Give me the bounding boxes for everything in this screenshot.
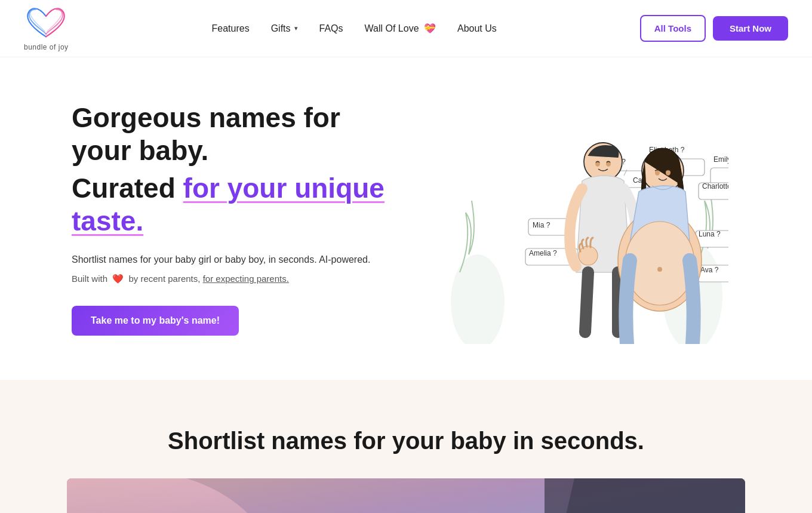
logo-text: bundle of joy — [24, 43, 69, 51]
nav-actions: All Tools Start Now — [640, 15, 788, 42]
second-section-image — [67, 478, 745, 513]
heart-emoji: ❤️ — [112, 274, 124, 284]
hero-content: Gorgeous names for your baby. Curated fo… — [72, 102, 406, 336]
nav-item-about-us[interactable]: About Us — [457, 23, 497, 34]
built-prefix: Built with — [72, 274, 107, 284]
nav-link-features[interactable]: Features — [212, 23, 250, 33]
logo[interactable]: bundle of joy — [24, 6, 69, 51]
hero-curated-prefix: Curated — [72, 173, 183, 204]
hero-built-by: Built with ❤️ by recent parents, for exp… — [72, 274, 406, 284]
svg-point-0 — [451, 254, 505, 344]
nav-link-about-us[interactable]: About Us — [457, 23, 497, 33]
second-section: Shortlist names for your baby in seconds… — [0, 380, 812, 513]
hero-headline-line1: Gorgeous names for your baby. — [72, 102, 406, 167]
hero-subtext: Shortlist names for your baby girl or ba… — [72, 254, 406, 265]
hero-section: Gorgeous names for your baby. Curated fo… — [0, 57, 812, 380]
hero-headline-line2: Curated for your unique taste. — [72, 172, 406, 238]
wall-of-love-emoji: 💝 — [424, 23, 436, 33]
nav-link-gifts[interactable]: Gifts ▾ — [271, 23, 298, 34]
logo-heart-icon — [25, 6, 67, 42]
svg-point-30 — [657, 267, 662, 272]
svg-text:Emily ?: Emily ? — [713, 155, 728, 164]
hero-illustration: Olivia ? Elizabeth ? Emily ? Camila ? Ch… — [430, 93, 740, 344]
svg-text:Luna ?: Luna ? — [699, 230, 721, 238]
second-section-title: Shortlist names for your baby in seconds… — [24, 428, 788, 454]
nav-item-faqs[interactable]: FAQs — [319, 23, 343, 34]
chevron-down-icon: ▾ — [294, 24, 298, 32]
start-now-button[interactable]: Start Now — [713, 16, 788, 41]
nav-link-wall-of-love[interactable]: Wall Of Love 💝 — [365, 23, 436, 33]
navbar: bundle of joy Features Gifts ▾ FAQs Wall… — [0, 0, 812, 57]
svg-rect-36 — [67, 478, 745, 513]
nav-item-wall-of-love[interactable]: Wall Of Love 💝 — [365, 23, 436, 34]
couple-illustration: Olivia ? Elizabeth ? Emily ? Camila ? Ch… — [442, 93, 728, 344]
illustration-wrapper: Olivia ? Elizabeth ? Emily ? Camila ? Ch… — [442, 93, 728, 344]
nav-link-faqs[interactable]: FAQs — [319, 23, 343, 33]
built-suffix: by recent parents, — [128, 274, 200, 284]
nav-links: Features Gifts ▾ FAQs Wall Of Love 💝 Abo… — [212, 23, 497, 34]
nav-item-features[interactable]: Features — [212, 23, 250, 34]
svg-text:Charlotte ?: Charlotte ? — [702, 182, 728, 191]
svg-point-31 — [579, 246, 598, 265]
built-link[interactable]: for expecting parents. — [203, 274, 289, 284]
nav-item-gifts[interactable]: Gifts ▾ — [271, 23, 298, 34]
svg-text:Ava ?: Ava ? — [700, 266, 719, 274]
all-tools-button[interactable]: All Tools — [640, 15, 706, 42]
svg-text:Amelia ?: Amelia ? — [529, 249, 557, 257]
svg-text:Mia ?: Mia ? — [533, 221, 550, 229]
photo-svg — [67, 478, 745, 513]
cta-button[interactable]: Take me to my baby's name! — [72, 306, 239, 336]
